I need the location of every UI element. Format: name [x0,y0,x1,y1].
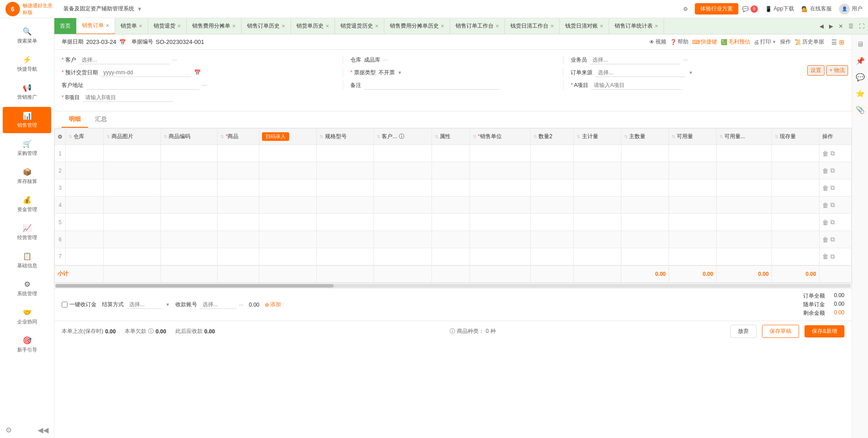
sidebar-settings-icon[interactable]: ⚙ [5,426,12,434]
tab-sales-workbench[interactable]: 销售订单工作台 ✕ [450,18,505,34]
tab-next-icon[interactable]: ▶ [827,23,835,29]
scan-button[interactable]: 扫码录入 [262,132,289,141]
horizontal-scrollbar[interactable] [54,283,852,288]
discard-button[interactable]: 放弃 [730,325,756,338]
sidebar-item-enterprise[interactable]: 🤝 企业协同 [3,303,51,330]
sidebar-item-operations[interactable]: 📈 经营管理 [3,219,51,245]
card-view-icon[interactable]: ⊞ [839,39,844,46]
sidebar-item-system[interactable]: ⚙ 系统管理 [3,275,51,302]
tab-close-sales-workbench[interactable]: ✕ [495,24,499,29]
print-dropdown-icon[interactable]: ▼ [772,39,776,44]
b-project-input[interactable] [82,93,173,102]
right-panel-icon-5[interactable]: 📎 [854,103,867,116]
sidebar-item-sales[interactable]: 📊 销售管理 [3,107,51,133]
account-dots-icon[interactable]: ··· [239,302,243,308]
add-deposit-button[interactable]: ⊕ 添加 [265,301,281,308]
tab-sales-return-history[interactable]: 销货退货历史 ✕ [335,18,384,34]
right-panel-icon-1[interactable]: 🖥 [854,38,867,51]
right-panel-icon-4[interactable]: ⭐ [854,87,867,100]
account-input[interactable] [200,300,236,309]
tab-close-daily-workbench[interactable]: ✕ [550,24,554,29]
row-copy-icon-3[interactable]: ⧉ [830,184,835,192]
tab-close-sales-fee[interactable]: ✕ [232,24,236,29]
tab-close-sales-fee-history[interactable]: ✕ [441,24,444,29]
print-button[interactable]: 🖨打印 ▼ [754,38,776,46]
sidebar-collapse-icon[interactable]: ◀◀ [38,426,48,434]
tab-sales-return[interactable]: 销货退货 ✕ [148,18,187,34]
tab-summary[interactable]: 汇总 [88,111,114,128]
tab-prev-icon[interactable]: ◀ [818,23,825,29]
col-settings[interactable]: ⚙ [55,129,66,145]
tab-close-daily-reconcile[interactable]: ✕ [600,24,603,29]
address-input[interactable] [86,81,199,90]
tab-detail[interactable]: 明细 [62,111,88,128]
order-source-input[interactable] [595,68,686,77]
delivery-input[interactable] [101,68,191,77]
online-service-button[interactable]: 💁 在线客服 [801,5,832,13]
row-copy-icon-7[interactable]: ⧉ [830,253,835,260]
row-delete-icon-6[interactable]: 🗑 [822,236,829,243]
row-copy-icon-6[interactable]: ⧉ [830,236,835,243]
tab-close-sales-stats[interactable]: ✕ [655,24,658,29]
row-delete-icon-2[interactable]: 🗑 [822,167,829,174]
app-download-button[interactable]: 📱 App下载 [765,5,794,13]
row-copy-icon-4[interactable]: ⧉ [830,201,835,209]
tab-close-sales-slip-history[interactable]: ✕ [325,24,329,29]
tab-close-sales-order[interactable]: ✕ [106,23,109,28]
settings-icon[interactable]: ⚙ [680,4,691,14]
remarks-input[interactable] [364,81,500,90]
tab-sales-fee[interactable]: 销售费用分摊单 ✕ [187,18,242,34]
tab-sales-slip-history[interactable]: 销货单历史 ✕ [291,18,335,34]
save-draft-button[interactable]: 保存草稿 [762,325,799,338]
a-project-input[interactable] [591,81,682,90]
delivery-calendar-icon[interactable]: 📅 [194,69,201,76]
settle-dropdown-icon[interactable]: ▼ [165,302,170,307]
row-copy-icon-1[interactable]: ⧉ [830,149,835,157]
one-click-deposit-checkbox[interactable]: 一键收订金 [62,301,97,308]
right-panel-icon-3[interactable]: 💬 [854,71,867,83]
row-delete-icon-1[interactable]: 🗑 [822,150,829,157]
grid-view-icon[interactable]: ☰ [831,39,837,46]
tab-home[interactable]: 首页 [54,18,77,34]
profit-estimate-button[interactable]: 💹毛利预估 [721,38,750,46]
invoice-dropdown-icon[interactable]: ▼ [398,70,402,75]
sidebar-item-search[interactable]: 🔍 搜索菜单 [3,23,51,49]
row-copy-icon-2[interactable]: ⧉ [830,167,835,174]
system-dropdown-icon[interactable]: ▼ [137,6,142,12]
tab-daily-workbench[interactable]: 钱货日清工作台 ✕ [505,18,560,34]
settle-input[interactable] [126,300,163,309]
tab-sales-order[interactable]: 销售订单 ✕ [77,18,115,34]
tab-close-sales-return-history[interactable]: ✕ [375,24,378,29]
tab-sales-slip[interactable]: 销货单 ✕ [115,18,148,34]
calendar-icon[interactable]: 📅 [119,39,126,45]
tab-close-sales-return[interactable]: ✕ [177,24,181,29]
shortcut-button[interactable]: ⌨快捷键 [692,38,717,46]
message-button[interactable]: 💬 9 [742,5,758,13]
sidebar-item-newbie[interactable]: 🎯 新手引导 [3,332,51,358]
row-delete-icon-4[interactable]: 🗑 [822,202,829,209]
tab-maximize-icon[interactable]: ⛶ [857,23,866,29]
tab-close-sales-slip[interactable]: ✕ [139,24,142,29]
sidebar-item-inventory[interactable]: 📦 库存核算 [3,163,51,189]
sidebar-item-marketing[interactable]: 📢 营销推广 [3,79,51,105]
salesperson-dots-icon[interactable]: ··· [683,57,688,63]
form-add-field-button[interactable]: + 物流 [826,65,848,76]
customer-dots-icon[interactable]: ··· [172,57,177,63]
view-button[interactable]: 👁视频 [649,38,666,46]
tab-menu-icon[interactable]: ☰ [847,23,855,29]
row-delete-icon-7[interactable]: 🗑 [822,253,829,260]
solution-button[interactable]: 体验行业方案 [695,3,738,14]
sidebar-item-basic-info[interactable]: 📋 基础信息 [3,247,51,274]
address-dots-icon[interactable]: ··· [202,82,207,88]
save-new-button[interactable]: 保存&新增 [805,325,844,337]
user-area[interactable]: 👤 用户 [839,4,863,14]
tab-sales-order-history[interactable]: 销售订单历史 ✕ [242,18,291,34]
tab-close-all-icon[interactable]: ✕ [837,23,845,29]
sidebar-item-quicknav[interactable]: ⚡ 快捷导航 [3,51,51,77]
help-button[interactable]: ❓帮助 [670,38,689,46]
warehouse-dots-icon[interactable]: ··· [383,57,388,63]
customer-input[interactable] [79,56,170,64]
history-button[interactable]: 📜历史单据 [795,38,824,46]
scrollbar-thumb[interactable] [55,284,334,288]
row-copy-icon-5[interactable]: ⧉ [830,218,835,226]
